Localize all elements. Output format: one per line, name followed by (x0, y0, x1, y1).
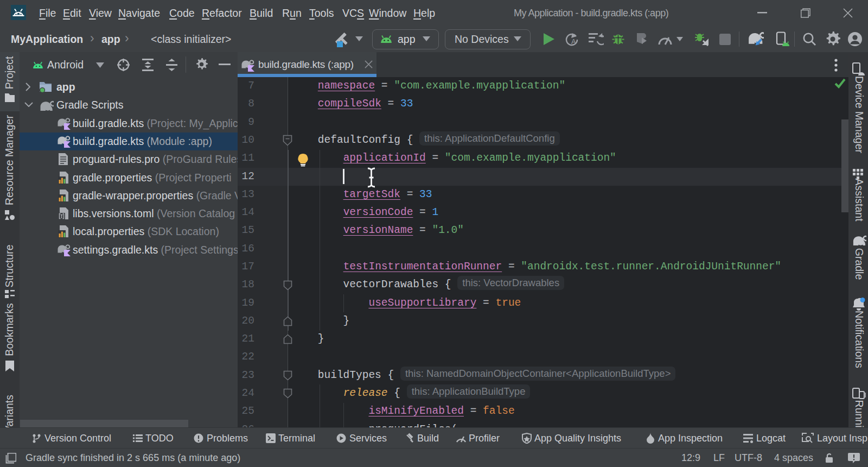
svg-text:A: A (571, 37, 576, 46)
